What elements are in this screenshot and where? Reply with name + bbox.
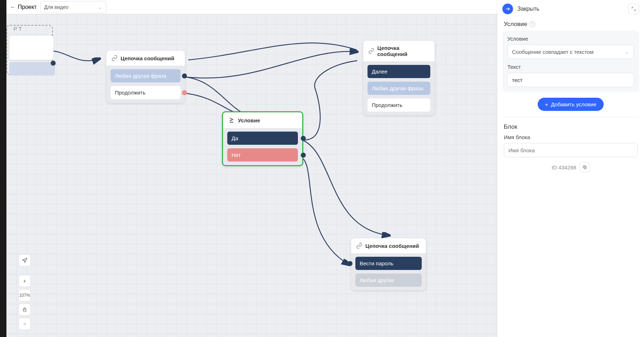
back-button[interactable]: ← Проект (10, 4, 37, 10)
section-label: Блок (504, 123, 517, 131)
divider (502, 117, 639, 117)
zoom-out-button[interactable]: − (19, 318, 31, 330)
svg-rect-0 (23, 309, 26, 311)
canvas-controls: + 107% − (19, 254, 31, 330)
plus-icon: + (545, 101, 548, 107)
node-title: Условие (238, 117, 260, 123)
block-id-row: ID 434288 (504, 162, 638, 172)
row-label: Любая другая фраза (115, 73, 166, 79)
ghost-node: Р Т (6, 25, 53, 75)
side-panel: Закрыть Условие ? Условие Сообщение совп… (497, 0, 644, 337)
row-any-phrase[interactable]: Любая другая фраза (111, 69, 181, 82)
condition-text-input[interactable] (507, 73, 634, 87)
copy-icon (582, 165, 587, 170)
row-continue[interactable]: Продолжить (367, 98, 430, 112)
node-body: Да Нет (223, 128, 302, 165)
port-icon[interactable] (182, 90, 187, 95)
condition-card: Условие Сообщение совпадает с текстом ⌄ … (502, 31, 639, 92)
add-condition-button[interactable]: + Добавить условие (538, 98, 603, 111)
node-messages-3[interactable]: Цепочка сообщений Вести пароль Любая дру… (351, 238, 426, 290)
row-label: Далее (372, 68, 387, 75)
field-label-text: Текст (507, 64, 634, 70)
minus-icon: − (23, 321, 26, 327)
row-label: Нет (232, 152, 241, 158)
row-label: Любая другая (360, 277, 394, 283)
section-label: Условие (504, 21, 527, 28)
navigation-icon (22, 257, 27, 263)
chevron-down-icon: ⌄ (625, 48, 629, 55)
chain-icon (356, 242, 362, 249)
lock-icon (22, 307, 27, 312)
zoom-level[interactable]: 107% (19, 289, 31, 301)
block-id-text: ID 434288 (552, 164, 576, 170)
section-title-condition: Условие ? (497, 18, 644, 31)
node-header: Цепочка сообщений (351, 238, 426, 253)
app-left-strip (0, 0, 6, 337)
port-icon[interactable] (348, 261, 353, 266)
node-body: Любая другая фраза Продолжить (106, 66, 185, 103)
lock-button[interactable] (19, 303, 31, 316)
row-label: Вести пароль (360, 260, 394, 266)
chevron-down-icon: ⌄ (98, 4, 102, 10)
condition-select[interactable]: Сообщение совпадает с текстом ⌄ (507, 45, 634, 59)
condition-select-value: Сообщение совпадает с текстом (512, 49, 594, 55)
node-header: Цепочка сообщений (106, 51, 185, 66)
ghost-label: Р Т (14, 26, 22, 32)
row-continue[interactable]: Продолжить (111, 86, 181, 99)
port-icon[interactable] (301, 136, 306, 141)
arrow-left-icon: ← (10, 4, 16, 10)
add-condition-label: Добавить условие (551, 101, 596, 107)
block-section: Блок Имя блока ID 434288 (497, 121, 644, 174)
chain-icon (368, 48, 375, 54)
project-select-value: Для видео (44, 4, 69, 10)
node-title: Цепочка сообщений (365, 243, 419, 249)
zoom-in-button[interactable]: + (19, 275, 31, 287)
node-body: Вести пароль Любая другая (351, 253, 426, 290)
plus-icon: + (23, 278, 26, 284)
field-label-condition: Условие (507, 36, 634, 42)
port-icon[interactable] (182, 73, 187, 78)
expand-icon (631, 6, 636, 11)
expand-button[interactable] (628, 4, 639, 14)
node-messages-2[interactable]: Цепочка сообщений Далее Любая другая фра… (363, 41, 435, 115)
ghost-footer (9, 62, 55, 76)
node-body: Далее Любая другая фраза Продолжить (363, 61, 435, 115)
field-label-block-name: Имя блока (504, 134, 638, 140)
ghost-card (9, 36, 54, 60)
copy-id-button[interactable] (580, 162, 590, 172)
chain-icon (111, 55, 118, 61)
node-title: Цепочка сообщений (121, 55, 174, 61)
arrow-right-icon (505, 6, 511, 12)
node-header: Цепочка сообщений (363, 41, 435, 61)
row-label: Продолжить (372, 102, 402, 108)
help-icon[interactable]: ? (529, 21, 535, 27)
locate-button[interactable] (19, 254, 31, 266)
panel-header: Закрыть (497, 0, 644, 18)
node-header: Условие (223, 112, 302, 128)
node-condition[interactable]: Условие Да Нет (222, 111, 303, 166)
node-messages-1[interactable]: Цепочка сообщений Любая другая фраза Про… (106, 51, 185, 103)
row-yes[interactable]: Да (227, 132, 298, 145)
row-label: Любая другая фраза (372, 85, 423, 91)
row-label: Да (232, 135, 238, 141)
port-icon[interactable] (301, 153, 306, 158)
panel-type-icon (502, 4, 513, 14)
port-icon[interactable] (51, 61, 56, 66)
greater-equal-icon (228, 117, 235, 124)
row-no[interactable]: Нет (227, 148, 298, 162)
row-password[interactable]: Вести пароль (355, 257, 422, 270)
row-any-phrase[interactable]: Любая другая (355, 274, 422, 287)
panel-close-label[interactable]: Закрыть (517, 6, 539, 12)
node-title: Цепочка сообщений (377, 45, 430, 57)
row-next[interactable]: Далее (367, 65, 430, 78)
row-any-phrase[interactable]: Любая другая фраза (367, 82, 430, 95)
row-label: Продолжить (115, 90, 146, 96)
project-breadcrumb: Проект (18, 4, 37, 10)
project-select[interactable]: Для видео ⌄ (40, 1, 106, 13)
block-name-input[interactable] (504, 143, 638, 157)
